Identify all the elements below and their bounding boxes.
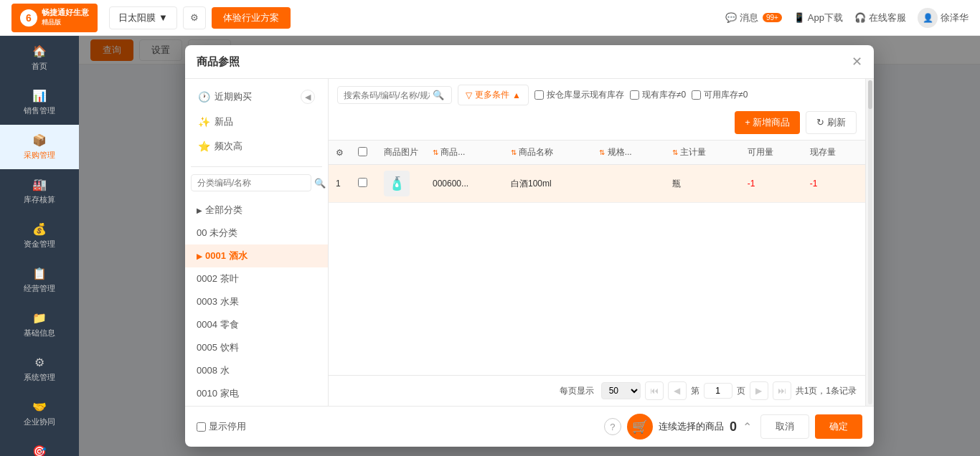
- navbar-right: 💬 消息 99+ 📱 App下载 🎧 在线客服 👤 徐泽华: [725, 8, 969, 28]
- cat-item-uncategorized[interactable]: 00 未分类: [185, 222, 328, 244]
- company-dropdown[interactable]: 日太阳膜 ▼: [109, 6, 177, 29]
- sidebar: 🏠 首页 📊 销售管理 📦 采购管理 🏭 库存核算 💰 资金管理 📋 经营管理 …: [0, 36, 79, 456]
- cat-item-tea[interactable]: 0002 茶叶: [185, 267, 328, 290]
- sidebar-item-collab[interactable]: 🤝 企业协同: [0, 391, 79, 436]
- message-label: 消息: [740, 11, 758, 24]
- cat-liquor-label: 0001 酒水: [205, 250, 248, 262]
- basic-icon: 📁: [32, 311, 47, 325]
- table-row[interactable]: 1 🧴 000600... 白酒100ml 瓶: [329, 165, 865, 203]
- page-input[interactable]: [704, 383, 732, 399]
- divider: [191, 166, 322, 167]
- show-disabled-input[interactable]: [197, 422, 206, 432]
- guide-icon: 🎯: [32, 445, 47, 456]
- warehouse-stock-input[interactable]: [534, 90, 544, 100]
- settings-gear-btn[interactable]: ⚙: [183, 6, 206, 29]
- avatar: 👤: [918, 8, 938, 28]
- search-input-icon[interactable]: 🔍: [433, 90, 444, 100]
- sidebar-item-inventory-label: 库存核算: [24, 194, 55, 205]
- cancel-btn[interactable]: 取消: [760, 414, 809, 439]
- first-page-btn[interactable]: ⏮: [645, 381, 664, 400]
- col-settings[interactable]: ⚙: [329, 141, 351, 165]
- tab-frequent[interactable]: ⭐ 频次高: [191, 135, 322, 158]
- toolbar-right: + 新增商品 ↻ 刷新: [735, 111, 857, 134]
- sidebar-item-basic[interactable]: 📁 基础信息: [0, 303, 79, 347]
- current-stock-input[interactable]: [630, 90, 639, 100]
- cart-icon[interactable]: 🛒: [627, 414, 653, 440]
- search-icon[interactable]: 🔍: [314, 178, 326, 189]
- row-stock: -1: [803, 165, 865, 203]
- logo-sub: 精品版: [42, 18, 89, 27]
- cat-item-fruit[interactable]: 0003 水果: [185, 290, 328, 313]
- app-download-btn[interactable]: 📱 App下载: [793, 11, 843, 24]
- available-stock-input[interactable]: [692, 90, 701, 100]
- sidebar-item-purchase-label: 采购管理: [24, 150, 55, 161]
- modal-scrollbar[interactable]: [865, 79, 874, 406]
- category-search-input[interactable]: [191, 174, 311, 191]
- new-icon: ✨: [198, 116, 210, 128]
- purchase-icon: 📦: [32, 133, 47, 147]
- cat-item-appliance[interactable]: 0010 家电: [185, 382, 328, 405]
- refresh-product-btn[interactable]: ↻ 刷新: [806, 111, 857, 134]
- sidebar-item-inventory[interactable]: 🏭 库存核算: [0, 169, 79, 214]
- main-layout: 🏠 首页 📊 销售管理 📦 采购管理 🏭 库存核算 💰 资金管理 📋 经营管理 …: [0, 36, 980, 456]
- sidebar-item-guide[interactable]: 🎯 新手引导: [0, 436, 79, 456]
- cat-item-water[interactable]: 0008 水: [185, 359, 328, 382]
- select-all-checkbox[interactable]: [358, 147, 367, 156]
- sidebar-item-basic-label: 基础信息: [24, 328, 55, 338]
- headset-icon: 🎧: [854, 12, 866, 23]
- sidebar-item-operation[interactable]: 📋 经营管理: [0, 258, 79, 303]
- footer-left: 显示停用: [197, 420, 246, 433]
- col-unit[interactable]: ⇅ 主计量: [665, 141, 740, 165]
- user-profile[interactable]: 👤 徐泽华: [918, 8, 969, 28]
- row-select-checkbox[interactable]: [358, 178, 367, 187]
- cat-item-beverage[interactable]: 0005 饮料: [185, 336, 328, 359]
- col-code[interactable]: ⇅ 商品...: [425, 141, 504, 165]
- last-page-btn[interactable]: ⏭: [773, 381, 791, 400]
- per-page-select[interactable]: 50 100: [601, 382, 641, 399]
- sidebar-item-home[interactable]: 🏠 首页: [0, 36, 79, 80]
- col-name[interactable]: ⇅ 商品名称: [504, 141, 592, 165]
- help-icon-btn[interactable]: ?: [604, 418, 621, 435]
- available-stock-checkbox[interactable]: 可用库存≠0: [692, 89, 748, 101]
- cat-item-all[interactable]: ▶ 全部分类: [185, 199, 328, 222]
- collapse-btn[interactable]: ◀: [301, 90, 315, 104]
- filter-btn[interactable]: ▽ 更多条件 ▲: [458, 85, 529, 105]
- prev-page-btn[interactable]: ◀: [668, 381, 687, 400]
- operation-icon: 📋: [32, 267, 47, 280]
- next-page-btn[interactable]: ▶: [750, 381, 768, 400]
- modal-close-btn[interactable]: ✕: [852, 54, 862, 70]
- sidebar-item-collab-label: 企业协同: [24, 417, 55, 427]
- add-product-btn[interactable]: + 新增商品: [735, 111, 800, 134]
- product-table: ⚙ 商品图片 ⇅ 商品... ⇅ 商品名称 ⇅ 规格... ⇅ 主计量 可用量: [329, 141, 865, 203]
- search-toolbar: 🔍 ▽ 更多条件 ▲ 按仓库显示现有库存: [329, 79, 865, 141]
- filter-label: 更多条件: [475, 89, 509, 101]
- current-stock-checkbox[interactable]: 现有库存≠0: [630, 89, 686, 101]
- message-btn[interactable]: 💬 消息 99+: [725, 11, 782, 24]
- col-spec[interactable]: ⇅ 规格...: [592, 141, 665, 165]
- tab-new-products[interactable]: ✨ 新品: [191, 110, 322, 133]
- confirm-btn[interactable]: 确定: [815, 414, 862, 439]
- sort-unit-icon: ⇅: [672, 148, 678, 156]
- search-input[interactable]: [344, 90, 430, 100]
- row-checkbox[interactable]: [351, 165, 377, 203]
- main-content: 查询 设置 刷新 商品参照 ✕ 🕐: [79, 36, 980, 456]
- show-disabled-checkbox[interactable]: 显示停用: [197, 420, 246, 433]
- pagination-summary: 共1页，1条记录: [796, 385, 857, 397]
- sidebar-item-purchase[interactable]: 📦 采购管理: [0, 125, 79, 169]
- online-service-btn[interactable]: 🎧 在线客服: [854, 11, 906, 24]
- sidebar-item-sales-label: 销售管理: [24, 105, 55, 116]
- cat-water-label: 0008 水: [197, 364, 230, 377]
- sidebar-item-system-label: 系统管理: [24, 372, 55, 383]
- sidebar-item-system[interactable]: ⚙ 系统管理: [0, 347, 79, 391]
- cat-item-snack[interactable]: 0004 零食: [185, 313, 328, 336]
- sidebar-item-finance[interactable]: 💰 资金管理: [0, 214, 79, 258]
- cat-item-liquor[interactable]: ▶ 0001 酒水: [185, 244, 328, 267]
- warehouse-stock-checkbox[interactable]: 按仓库显示现有库存: [534, 89, 624, 101]
- left-panel-tabs: 🕐 近期购买 ◀ ✨ 新品 ⭐ 频次高: [185, 79, 328, 163]
- col-checkbox[interactable]: [351, 141, 377, 165]
- trial-btn[interactable]: 体验行业方案: [212, 7, 291, 29]
- sidebar-item-sales[interactable]: 📊 销售管理: [0, 80, 79, 125]
- chevron-up-icon[interactable]: ⌃: [743, 420, 752, 434]
- modal-title: 商品参照: [197, 55, 240, 69]
- tab-recent-purchase[interactable]: 🕐 近期购买 ◀: [191, 85, 322, 109]
